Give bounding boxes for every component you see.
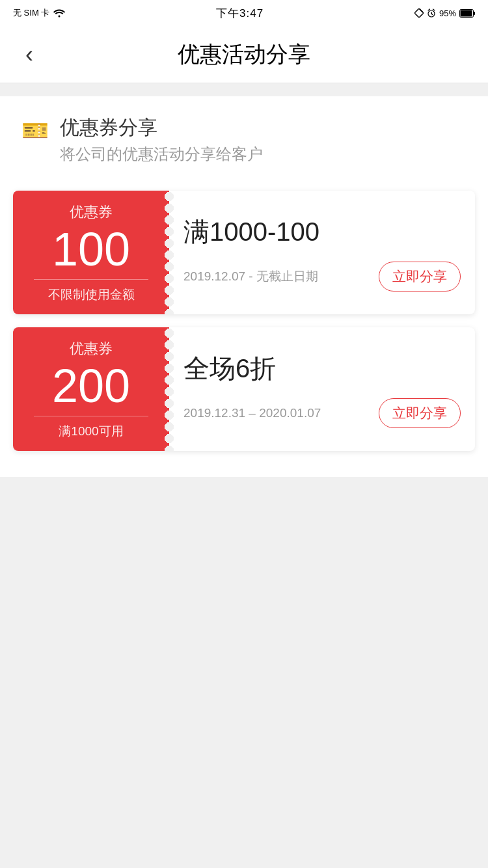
- coupon-list: 优惠券 100 不限制使用金额 满1000-100 2019.12.07 - 无…: [0, 178, 488, 477]
- section-header: 🎫 优惠券分享 将公司的优惠活动分享给客户: [0, 96, 488, 178]
- coupon-stub-1: 优惠券 100 不限制使用金额: [13, 191, 169, 314]
- nav-bar: ‹ 优惠活动分享: [0, 26, 488, 83]
- coupon-name-1: 满1000-100: [183, 214, 461, 250]
- status-right: 95%: [414, 8, 475, 18]
- coupon-label-2: 优惠券: [70, 339, 113, 359]
- coupon-body-2: 全场6折 2019.12.31 – 2020.01.07 立即分享: [169, 327, 475, 451]
- coupon-date-row-2: 2019.12.31 – 2020.01.07 立即分享: [183, 398, 461, 428]
- coupon-label-1: 优惠券: [70, 202, 113, 222]
- page-title: 优惠活动分享: [178, 40, 310, 70]
- coupon-amount-2: 200: [52, 362, 130, 409]
- alarm-icon: [427, 8, 436, 18]
- coupon-card-1: 优惠券 100 不限制使用金额 满1000-100 2019.12.07 - 无…: [13, 191, 475, 314]
- location-icon: [414, 8, 424, 18]
- coupon-card-2: 优惠券 200 满1000可用 全场6折 2019.12.31 – 2020.0…: [13, 327, 475, 451]
- svg-rect-3: [461, 10, 472, 16]
- section-text: 优惠券分享 将公司的优惠活动分享给客户: [60, 115, 263, 165]
- coupon-condition-2: 满1000可用: [59, 423, 123, 440]
- serrated-edge-2: [163, 327, 175, 451]
- section-title: 优惠券分享: [60, 115, 263, 141]
- status-time: 下午3:47: [216, 6, 264, 21]
- coupon-amount-1: 100: [52, 226, 130, 273]
- svg-rect-2: [474, 12, 475, 15]
- serrated-edge-1: [163, 191, 175, 314]
- coupon-condition-1: 不限制使用金额: [48, 286, 135, 303]
- status-bar: 无 SIM 卡 下午3:47 95%: [0, 0, 488, 26]
- coupon-divider-2: [34, 416, 148, 416]
- coupon-divider-1: [34, 279, 148, 280]
- empty-area: [0, 477, 488, 867]
- battery-icon: [459, 9, 475, 18]
- coupon-date-row-1: 2019.12.07 - 无截止日期 立即分享: [183, 262, 461, 292]
- share-button-2[interactable]: 立即分享: [379, 398, 461, 428]
- coupon-date-1: 2019.12.07 - 无截止日期: [183, 268, 318, 285]
- coupon-date-2: 2019.12.31 – 2020.01.07: [183, 406, 321, 420]
- battery-percent: 95%: [439, 8, 456, 18]
- coupon-icon: 🎫: [20, 115, 51, 146]
- back-button[interactable]: ‹: [13, 38, 46, 71]
- status-left: 无 SIM 卡: [13, 7, 65, 19]
- coupon-body-1: 满1000-100 2019.12.07 - 无截止日期 立即分享: [169, 191, 475, 314]
- no-sim-text: 无 SIM 卡: [13, 7, 49, 19]
- section-subtitle: 将公司的优惠活动分享给客户: [60, 144, 263, 165]
- coupon-stub-2: 优惠券 200 满1000可用: [13, 327, 169, 451]
- wifi-icon: [53, 8, 65, 18]
- top-divider: [0, 83, 488, 96]
- share-button-1[interactable]: 立即分享: [379, 262, 461, 292]
- coupon-name-2: 全场6折: [183, 351, 461, 387]
